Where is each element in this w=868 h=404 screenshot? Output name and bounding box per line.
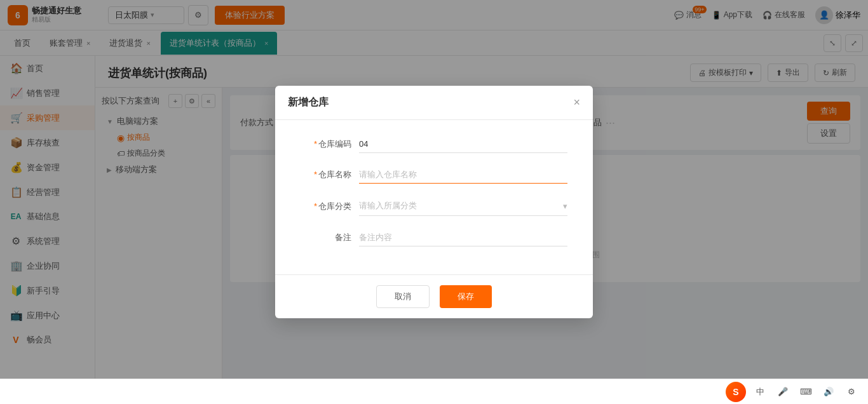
remark-input[interactable] (359, 229, 567, 246)
modal-footer: 取消 保存 (275, 274, 593, 318)
form-row-code: *仓库编码 (301, 135, 567, 153)
save-button[interactable]: 保存 (440, 285, 492, 308)
modal-close-button[interactable]: × (573, 96, 580, 109)
category-label: *仓库分类 (301, 201, 351, 212)
name-input[interactable] (359, 166, 567, 184)
name-label: *仓库名称 (301, 169, 351, 180)
add-warehouse-modal: 新增仓库 × *仓库编码 *仓库名称 *仓库分类 (275, 86, 593, 318)
modal-body: *仓库编码 *仓库名称 *仓库分类 请输入所属分类 ▾ (275, 120, 593, 274)
form-row-name: *仓库名称 (301, 166, 567, 184)
bottom-bar: S 中 🎤 ⌨ 🔊 ⚙ (0, 379, 868, 404)
form-row-category: *仓库分类 请输入所属分类 ▾ (301, 196, 567, 216)
modal-overlay[interactable]: 新增仓库 × *仓库编码 *仓库名称 *仓库分类 (0, 0, 868, 404)
modal-title: 新增仓库 (288, 96, 329, 109)
category-arrow-icon: ▾ (563, 201, 567, 211)
s-logo: S (726, 382, 746, 402)
form-row-remark: 备注 (301, 229, 567, 246)
bottom-mic-button[interactable]: 🎤 (774, 383, 792, 401)
bottom-zh-button[interactable]: 中 (751, 383, 769, 401)
bottom-settings-button[interactable]: ⚙ (843, 383, 860, 401)
cancel-button[interactable]: 取消 (376, 285, 430, 308)
code-input[interactable] (359, 135, 567, 153)
code-label: *仓库编码 (301, 138, 351, 150)
bottom-sound-button[interactable]: 🔊 (820, 383, 837, 401)
code-required-mark: * (314, 139, 317, 149)
name-required-mark: * (314, 170, 317, 179)
category-placeholder: 请输入所属分类 (359, 200, 417, 212)
category-select[interactable]: 请输入所属分类 ▾ (359, 196, 567, 216)
modal-header: 新增仓库 × (275, 86, 593, 120)
bottom-keyboard-button[interactable]: ⌨ (797, 383, 815, 401)
category-required-mark: * (314, 201, 317, 211)
remark-label: 备注 (301, 232, 351, 243)
